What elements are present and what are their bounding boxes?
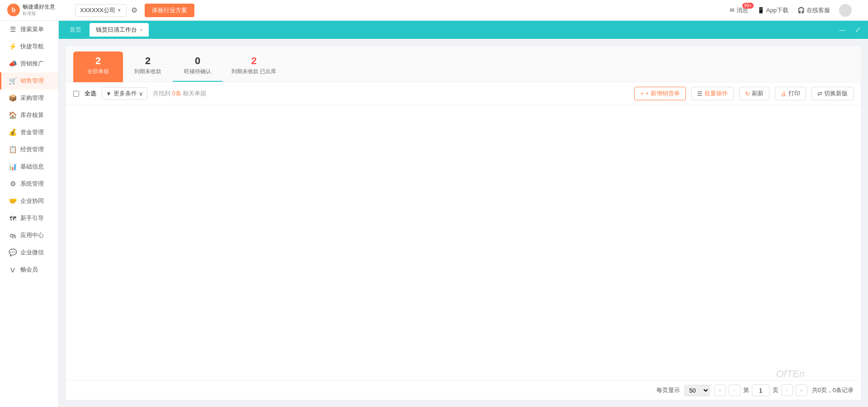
plus-icon: + (640, 90, 644, 97)
sidebar-item-member[interactable]: V 畅会员 (0, 261, 58, 278)
sidebar-item-inventory[interactable]: 🏠 库存核算 (0, 107, 58, 124)
system-icon: ⚙ (9, 180, 17, 188)
purchase-icon: 📦 (9, 94, 17, 102)
tab-close-icon[interactable]: × (140, 27, 142, 33)
footer: 每页显示 50 100 200 « ‹ 第 页 › » 共0页，0条记录 (66, 380, 861, 400)
tab-label-all: 全部单据 (82, 68, 114, 75)
service-icon: 🎧 (797, 7, 805, 14)
switch-new-version-button[interactable]: ⇄ 切换新版 (811, 87, 854, 100)
sidebar-label-sales: 销售管理 (20, 77, 44, 85)
tab-count-all: 2 (82, 55, 114, 67)
page-next-button[interactable]: › (781, 384, 793, 396)
filter-icon: ▼ (106, 90, 112, 97)
select-all-checkbox[interactable] (73, 91, 79, 97)
empty-content-area (66, 105, 861, 380)
app-download-button[interactable]: 📱 App下载 (757, 6, 788, 14)
quick-nav-icon: ⚡ (9, 42, 17, 51)
status-tab-wangwang[interactable]: 0 旺辅待确认 (173, 51, 222, 82)
print-button[interactable]: 🖨 打印 (775, 87, 806, 100)
search-menu-icon: ☰ (9, 25, 17, 33)
sidebar-item-marketing[interactable]: 📣 营销推广 (0, 55, 58, 72)
content-panel: 2 全部单据 2 到期未收款 0 旺辅待确认 2 到期未收款 已出库 全选 ▼ … (66, 46, 861, 400)
tab-workbench-label: 钱货日清工作台 (96, 26, 137, 34)
logo-icon: b (7, 4, 20, 16)
tab-bar: 首页 钱货日清工作台 × — ⤢ (59, 21, 868, 39)
batch-icon: ☰ (697, 90, 703, 97)
pagination: « ‹ 第 页 › » (714, 384, 807, 396)
status-tab-all[interactable]: 2 全部单据 (73, 51, 123, 82)
try-industry-button[interactable]: 体验行业方案 (145, 4, 194, 17)
top-header: b 畅捷通好生意 标准版 XXXXXX公司 ▼ ⚙ 体验行业方案 ✉ 消息 99… (0, 0, 868, 21)
company-name: XXXXXX公司 (80, 6, 115, 14)
page-last-button[interactable]: » (796, 384, 807, 396)
tab-count-overdue-out: 2 (231, 55, 276, 67)
app-name: 畅捷通好生意 (23, 4, 55, 10)
filter-button[interactable]: ▼ 更多条件 ∨ (102, 87, 147, 100)
found-count: 0条 (172, 90, 181, 97)
total-records: 共0页，0条记录 (812, 386, 854, 394)
tab-maximize-icon[interactable]: ⤢ (852, 25, 863, 35)
sidebar-item-search-menu[interactable]: ☰ 搜索菜单 (0, 21, 58, 38)
chevron-down-icon: ▼ (117, 8, 122, 13)
sidebar-label-inventory: 库存核算 (20, 111, 44, 119)
wechat-icon: 💬 (9, 248, 17, 257)
company-selector[interactable]: XXXXXX公司 ▼ (75, 4, 127, 17)
sidebar-label-search-menu: 搜索菜单 (20, 25, 44, 33)
message-button[interactable]: ✉ 消息 99+ (730, 6, 748, 14)
download-icon: 📱 (757, 7, 764, 14)
page-prev-button[interactable]: ‹ (729, 384, 741, 396)
sidebar-label-member: 畅会员 (20, 266, 38, 274)
sidebar-item-quick-nav[interactable]: ⚡ 快捷导航 (0, 38, 58, 55)
main-content: 2 全部单据 2 到期未收款 0 旺辅待确认 2 到期未收款 已出库 全选 ▼ … (59, 39, 868, 407)
tab-minimize-icon[interactable]: — (836, 25, 849, 35)
guide-icon: 🗺 (9, 215, 17, 222)
sidebar-label-enterprise: 企业协同 (20, 197, 44, 205)
tab-count-wangwang: 0 (182, 55, 213, 67)
avatar[interactable] (839, 4, 852, 17)
sidebar-label-basic: 基础信息 (20, 163, 44, 171)
tab-label-wangwang: 旺辅待确认 (182, 68, 213, 75)
sidebar-item-enterprise[interactable]: 🤝 企业协同 (0, 192, 58, 210)
message-badge: 99+ (742, 3, 754, 9)
online-service-button[interactable]: 🎧 在线客服 (797, 6, 830, 14)
batch-operation-button[interactable]: ☰ 批量操作 (691, 87, 734, 100)
settings-icon[interactable]: ⚙ (131, 6, 137, 14)
sidebar-item-operation[interactable]: 📋 经营管理 (0, 141, 58, 158)
sidebar-label-finance: 资金管理 (20, 128, 44, 136)
tab-bar-actions: — ⤢ (836, 25, 863, 35)
enterprise-icon: 🤝 (9, 197, 17, 205)
page-suffix: 页 (773, 386, 778, 394)
select-all-label: 全选 (85, 89, 96, 98)
sidebar-item-app-center[interactable]: 🛍 应用中心 (0, 227, 58, 244)
found-text: 共找到 0条 相关单据 (153, 89, 206, 98)
status-tab-overdue-out[interactable]: 2 到期未收款 已出库 (222, 51, 285, 82)
sidebar-label-operation: 经营管理 (20, 145, 44, 154)
sidebar-item-sales[interactable]: 🛒 销售管理 (0, 72, 58, 89)
tab-home[interactable]: 首页 (63, 23, 88, 37)
add-sales-order-button[interactable]: + + 新增销货单 (634, 87, 686, 100)
sidebar-item-purchase[interactable]: 📦 采购管理 (0, 89, 58, 107)
sidebar-item-finance[interactable]: 💰 资金管理 (0, 124, 58, 141)
sidebar: ☰ 搜索菜单 ⚡ 快捷导航 📣 营销推广 🛒 销售管理 📦 采购管理 🏠 库存核… (0, 21, 59, 407)
page-number-input[interactable] (752, 384, 770, 396)
sidebar-label-system: 系统管理 (20, 180, 44, 188)
page-first-button[interactable]: « (714, 384, 726, 396)
refresh-button[interactable]: ↻ 刷新 (739, 87, 769, 100)
marketing-icon: 📣 (9, 60, 17, 68)
sidebar-item-guide[interactable]: 🗺 新手引导 (0, 210, 58, 227)
logo-area: b 畅捷通好生意 标准版 (7, 4, 66, 16)
status-tab-overdue[interactable]: 2 到期未收款 (123, 51, 173, 82)
sidebar-label-wechat: 企业微信 (20, 248, 44, 257)
operation-icon: 📋 (9, 145, 17, 154)
sidebar-item-basic[interactable]: 📊 基础信息 (0, 158, 58, 175)
sidebar-item-wechat[interactable]: 💬 企业微信 (0, 244, 58, 261)
sidebar-item-system[interactable]: ⚙ 系统管理 (0, 175, 58, 192)
tab-label-overdue: 到期未收款 (132, 68, 164, 75)
tab-workbench[interactable]: 钱货日清工作台 × (90, 23, 149, 37)
tab-count-overdue: 2 (132, 55, 164, 67)
per-page-select[interactable]: 50 100 200 (684, 385, 710, 396)
tab-home-label: 首页 (70, 26, 81, 34)
sidebar-label-guide: 新手引导 (20, 214, 44, 222)
finance-icon: 💰 (9, 128, 17, 136)
sidebar-label-marketing: 营销推广 (20, 60, 44, 68)
